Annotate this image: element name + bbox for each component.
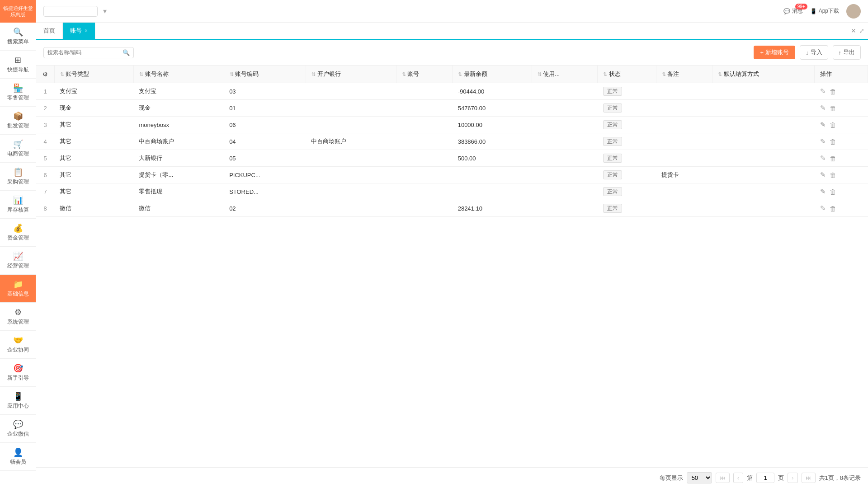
message-badge: 99+: [795, 4, 807, 9]
edit-icon[interactable]: ✎: [820, 104, 826, 112]
sidebar-item-ecommerce[interactable]: 🛒 电商管理: [0, 135, 36, 163]
sidebar-item-enterprise-label: 企业协同: [7, 346, 29, 354]
cell-default-settle: [712, 167, 815, 183]
cell-num: 3: [36, 117, 54, 133]
cell-usage: [532, 167, 598, 183]
edit-icon[interactable]: ✎: [820, 154, 826, 162]
delete-icon[interactable]: 🗑: [830, 104, 836, 112]
col-bank[interactable]: ⇅ 开户银行: [306, 66, 396, 83]
search-input[interactable]: [47, 49, 120, 56]
close-tab-icon[interactable]: ✕: [851, 27, 856, 34]
message-button[interactable]: 💬 消息 99+: [783, 7, 803, 15]
cell-type: 其它: [54, 167, 133, 183]
search-icon[interactable]: 🔍: [123, 49, 130, 56]
tab-home-label: 首页: [43, 27, 55, 35]
sidebar-item-wechat[interactable]: 💬 企业微信: [0, 415, 36, 443]
toolbar-right: + 新增账号 ↓ 导入 ↑ 导出: [754, 45, 861, 60]
tab-account-close[interactable]: ×: [85, 28, 88, 34]
sidebar-item-guide[interactable]: 🎯 新手引导: [0, 359, 36, 387]
cell-usage: [532, 200, 598, 217]
col-status[interactable]: ⇅ 状态: [598, 66, 656, 83]
col-usage[interactable]: ⇅ 使用...: [532, 66, 598, 83]
table-body: 1 支付宝 支付宝 03 -90444.00 正常 ✎ 🗑 2 现金 现金 01…: [36, 83, 868, 217]
add-account-button[interactable]: + 新增账号: [754, 46, 795, 59]
delete-icon[interactable]: 🗑: [830, 155, 836, 162]
table-row: 4 其它 中百商场账户 04 中百商场账户 383866.00 正常 ✎ 🗑: [36, 133, 868, 150]
page-input[interactable]: [756, 473, 774, 483]
sidebar-item-wholesale[interactable]: 📦 批发管理: [0, 107, 36, 135]
sidebar-item-appcenter[interactable]: 📱 应用中心: [0, 387, 36, 415]
edit-icon[interactable]: ✎: [820, 87, 826, 95]
delete-icon[interactable]: 🗑: [830, 121, 836, 129]
col-code[interactable]: ⇅ 账号编码: [224, 66, 306, 83]
col-balance[interactable]: ⇅ 最新余额: [453, 66, 532, 83]
cell-default-settle: [712, 117, 815, 133]
tab-home[interactable]: 首页: [36, 23, 63, 39]
edit-icon[interactable]: ✎: [820, 137, 826, 145]
sidebar-item-retail[interactable]: 🏪 零售管理: [0, 79, 36, 107]
table-row: 6 其它 提货卡（零... PICKUPC... 正常 提货卡 ✎ 🗑: [36, 167, 868, 183]
edit-icon[interactable]: ✎: [820, 188, 826, 196]
nav-icon: ⊞: [14, 55, 21, 65]
sidebar-item-inventory[interactable]: 📊 库存核算: [0, 191, 36, 219]
sidebar-item-search[interactable]: 🔍 搜索菜单: [0, 23, 36, 51]
sidebar-item-finance[interactable]: 💰 资金管理: [0, 219, 36, 247]
status-badge: 正常: [603, 137, 622, 146]
edit-icon[interactable]: ✎: [820, 204, 826, 212]
table-row: 8 微信 微信 02 28241.10 正常 ✎ 🗑: [36, 200, 868, 217]
delete-icon[interactable]: 🗑: [830, 138, 836, 145]
edit-icon[interactable]: ✎: [820, 171, 826, 179]
next-page-button[interactable]: ›: [788, 473, 797, 483]
sidebar-item-wholesale-label: 批发管理: [7, 122, 29, 130]
sidebar-item-nav[interactable]: ⊞ 快捷导航: [0, 51, 36, 79]
cell-status: 正常: [598, 150, 656, 167]
prev-page-button[interactable]: ‹: [733, 473, 743, 483]
delete-icon[interactable]: 🗑: [830, 88, 836, 95]
sidebar-item-basic[interactable]: 📁 基础信息: [0, 275, 36, 303]
col-type[interactable]: ⇅ 账号类型: [54, 66, 133, 83]
status-badge: 正常: [603, 87, 622, 96]
sidebar-item-system[interactable]: ⚙ 系统管理: [0, 303, 36, 331]
delete-icon[interactable]: 🗑: [830, 171, 836, 179]
cell-balance: [453, 183, 532, 200]
per-page-select[interactable]: 50 20 100: [687, 472, 712, 483]
sidebar-item-purchase[interactable]: 📋 采购管理: [0, 163, 36, 191]
cell-default-settle: [712, 200, 815, 217]
basic-icon: 📁: [13, 279, 23, 289]
col-account[interactable]: ⇅ 账号: [396, 66, 453, 83]
cell-actions: ✎ 🗑: [815, 100, 868, 117]
delete-icon[interactable]: 🗑: [830, 205, 836, 212]
col-name[interactable]: ⇅ 账号名称: [133, 66, 224, 83]
sidebar-item-member[interactable]: 👤 畅会员: [0, 443, 36, 471]
cell-account: [396, 167, 453, 183]
col-default-settle[interactable]: ⇅ 默认结算方式: [712, 66, 815, 83]
first-page-button[interactable]: ⏮: [716, 473, 730, 483]
sidebar-item-operations[interactable]: 📈 经营管理: [0, 247, 36, 275]
col-settings[interactable]: ⚙: [36, 66, 54, 83]
topbar-search-input[interactable]: [43, 6, 98, 17]
maximize-tab-icon[interactable]: ⤢: [859, 27, 864, 34]
sidebar-item-enterprise[interactable]: 🤝 企业协同: [0, 331, 36, 359]
edit-icon[interactable]: ✎: [820, 121, 826, 129]
guide-icon: 🎯: [13, 363, 23, 373]
app-download-button[interactable]: 📱 App下载: [810, 7, 839, 15]
tab-account[interactable]: 账号 ×: [63, 23, 95, 39]
user-avatar[interactable]: [846, 4, 861, 19]
cell-code: 03: [224, 83, 306, 100]
topbar-dropdown-icon[interactable]: ▾: [103, 7, 107, 15]
status-badge: 正常: [603, 170, 622, 179]
cell-account: [396, 117, 453, 133]
cell-type: 其它: [54, 133, 133, 150]
cell-code: 06: [224, 117, 306, 133]
last-page-button[interactable]: ⏭: [802, 473, 816, 483]
cell-default-settle: [712, 83, 815, 100]
cell-name: 现金: [133, 100, 224, 117]
import-button[interactable]: ↓ 导入: [800, 45, 828, 60]
sidebar-item-basic-label: 基础信息: [7, 290, 29, 298]
appcenter-icon: 📱: [13, 391, 23, 401]
cell-code: PICKUPC...: [224, 167, 306, 183]
export-button[interactable]: ↑ 导出: [833, 45, 861, 60]
col-remark[interactable]: ⇅ 备注: [656, 66, 712, 83]
topbar: ▾ 💬 消息 99+ 📱 App下载: [36, 0, 868, 23]
delete-icon[interactable]: 🗑: [830, 188, 836, 196]
